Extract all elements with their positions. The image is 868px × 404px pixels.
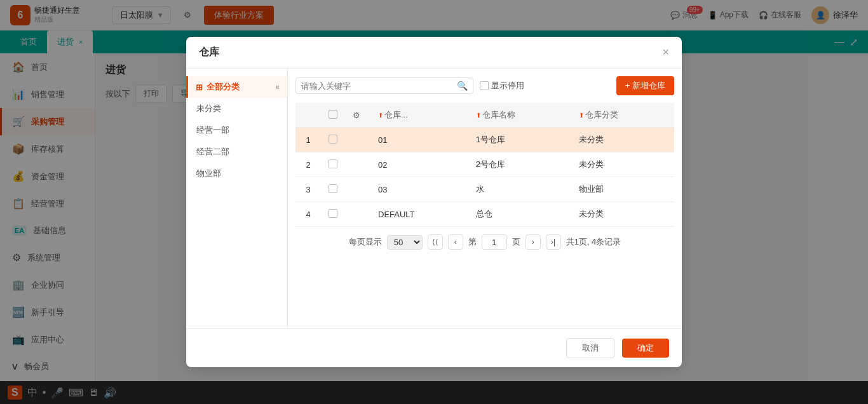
- row-check-1[interactable]: [329, 135, 337, 144]
- category-item-dept2[interactable]: 经营二部: [186, 141, 287, 163]
- row-category: 未分类: [571, 152, 674, 177]
- row-index: 3: [295, 177, 321, 202]
- th-index: [295, 103, 321, 128]
- th-code: ⬆仓库...: [370, 103, 468, 128]
- th-category: ⬆仓库分类: [571, 103, 674, 128]
- row-code: 02: [370, 152, 468, 177]
- next-page-btn[interactable]: ›: [526, 234, 541, 250]
- sort-icon-category: ⬆: [579, 112, 584, 119]
- category-sidebar: ⊞ 全部分类 « 未分类 经营一部 经营二部 物业部: [186, 69, 288, 328]
- category-item-dept1[interactable]: 经营一部: [186, 119, 287, 141]
- row-gear: [345, 177, 370, 202]
- modal-header: 仓库 ×: [186, 37, 682, 69]
- th-name: ⬆仓库名称: [468, 103, 571, 128]
- row-gear: [345, 202, 370, 227]
- table-row[interactable]: 4 DEFAULT 总仓 未分类: [295, 202, 674, 227]
- table-wrapper: ⚙ ⬆仓库... ⬆仓库名称 ⬆仓库分类: [295, 103, 674, 227]
- category-item-uncategorized[interactable]: 未分类: [186, 98, 287, 119]
- select-all-checkbox[interactable]: [329, 110, 337, 119]
- row-checkbox[interactable]: [321, 128, 345, 152]
- row-category: 物业部: [571, 177, 674, 202]
- table-body: 1 01 1号仓库 未分类 2: [295, 128, 674, 227]
- category-item-property[interactable]: 物业部: [186, 163, 287, 184]
- collapse-icon[interactable]: «: [275, 83, 280, 91]
- row-name: 总仓: [468, 202, 571, 227]
- th-gear: ⚙: [345, 103, 370, 128]
- table-row[interactable]: 1 01 1号仓库 未分类: [295, 128, 674, 152]
- sort-icon-code: ⬆: [378, 112, 383, 119]
- confirm-button[interactable]: 确定: [622, 339, 669, 358]
- category-all-label: 全部分类: [207, 81, 240, 93]
- warehouse-table: ⚙ ⬆仓库... ⬆仓库名称 ⬆仓库分类: [295, 103, 674, 227]
- pagination: 每页显示 50 100 200 ⟨⟨ ‹ 第 页 › ›| 共1页, 4条记录: [295, 227, 674, 252]
- modal-close-btn[interactable]: ×: [662, 46, 669, 59]
- warehouse-modal: 仓库 × ⊞ 全部分类 « 未分类 经营一部 经营二部 物业部: [186, 37, 682, 367]
- search-box: 🔍: [295, 77, 473, 94]
- row-name: 1号仓库: [468, 128, 571, 152]
- grid-icon: ⊞: [196, 83, 203, 92]
- row-name: 2号仓库: [468, 152, 571, 177]
- row-gear: [345, 128, 370, 152]
- row-check-4[interactable]: [329, 209, 337, 218]
- row-check-3[interactable]: [329, 184, 337, 193]
- category-all-btn[interactable]: ⊞ 全部分类 «: [186, 76, 287, 98]
- cancel-button[interactable]: 取消: [566, 338, 614, 358]
- row-category: 未分类: [571, 128, 674, 152]
- show-disabled-toggle[interactable]: 显示停用: [480, 80, 524, 91]
- search-input[interactable]: [301, 81, 457, 91]
- per-page-label: 每页显示: [349, 236, 382, 248]
- row-code: DEFAULT: [370, 202, 468, 227]
- page-input[interactable]: [482, 234, 507, 250]
- table-header-row: ⚙ ⬆仓库... ⬆仓库名称 ⬆仓库分类: [295, 103, 674, 128]
- modal-body: ⊞ 全部分类 « 未分类 经营一部 经营二部 物业部 🔍: [186, 69, 682, 328]
- row-name: 水: [468, 177, 571, 202]
- show-disabled-checkbox[interactable]: [480, 81, 489, 90]
- row-index: 2: [295, 152, 321, 177]
- table-toolbar: 🔍 显示停用 + 新增仓库: [295, 76, 674, 95]
- show-disabled-label: 显示停用: [491, 80, 524, 91]
- row-checkbox[interactable]: [321, 202, 345, 227]
- row-index: 4: [295, 202, 321, 227]
- last-page-btn[interactable]: ›|: [546, 234, 561, 250]
- row-index: 1: [295, 128, 321, 152]
- modal-overlay: 仓库 × ⊞ 全部分类 « 未分类 经营一部 经营二部 物业部: [0, 0, 868, 404]
- table-row[interactable]: 2 02 2号仓库 未分类: [295, 152, 674, 177]
- row-gear: [345, 152, 370, 177]
- sort-icon-name: ⬆: [476, 112, 481, 119]
- row-code: 03: [370, 177, 468, 202]
- row-check-2[interactable]: [329, 159, 337, 168]
- row-category: 未分类: [571, 202, 674, 227]
- first-page-btn[interactable]: ⟨⟨: [428, 234, 443, 250]
- table-area: 🔍 显示停用 + 新增仓库: [288, 69, 682, 328]
- prev-page-btn[interactable]: ‹: [448, 234, 463, 250]
- table-row[interactable]: 3 03 水 物业部: [295, 177, 674, 202]
- page-unit: 页: [512, 236, 520, 248]
- table-head: ⚙ ⬆仓库... ⬆仓库名称 ⬆仓库分类: [295, 103, 674, 128]
- row-checkbox[interactable]: [321, 177, 345, 202]
- modal-footer: 取消 确定: [186, 328, 682, 367]
- add-warehouse-btn[interactable]: + 新增仓库: [616, 76, 674, 95]
- page-label: 第: [468, 236, 477, 248]
- per-page-select[interactable]: 50 100 200: [387, 235, 423, 250]
- th-check: [321, 103, 345, 128]
- modal-title: 仓库: [199, 46, 219, 59]
- row-checkbox[interactable]: [321, 152, 345, 177]
- search-icon[interactable]: 🔍: [457, 81, 468, 91]
- row-code: 01: [370, 128, 468, 152]
- total-label: 共1页, 4条记录: [566, 236, 621, 248]
